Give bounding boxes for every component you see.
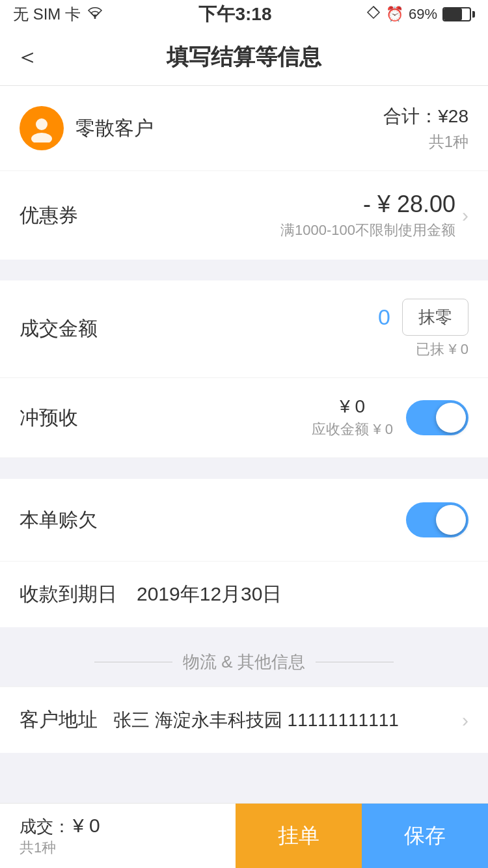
coupon-description: 满1000-100不限制使用金额 (280, 221, 455, 240)
prepayment-right: ¥ 0 应收金额 ¥ 0 (312, 396, 468, 439)
bottom-bar: 成交： ¥ 0 共1种 挂单 保存 (0, 803, 488, 868)
bottom-summary-amount: ¥ 0 (73, 815, 100, 837)
coupon-chevron-icon: › (462, 204, 468, 226)
due-date-label: 收款到期日 (20, 581, 117, 608)
customer-totals: 合计：¥28 共1种 (383, 104, 468, 152)
credit-toggle[interactable] (406, 502, 468, 537)
due-date-value: 2019年12月30日 (137, 581, 282, 608)
address-value: 张三 海淀永丰科技园 11111111111 (113, 708, 446, 733)
save-button-label: 保存 (404, 822, 446, 850)
page-title: 填写结算等信息 (167, 42, 321, 72)
status-time: 下午3:18 (198, 2, 271, 27)
bottom-summary: 成交： ¥ 0 共1种 (0, 804, 236, 868)
svg-point-2 (31, 133, 52, 142)
save-button[interactable]: 保存 (362, 804, 488, 868)
back-button[interactable]: ＜ (16, 41, 39, 73)
transaction-section: 成交金额 0 抹零 已抹 ¥ 0 冲预收 ¥ 0 应收金额 ¥ 0 (0, 280, 488, 458)
transaction-label: 成交金额 (20, 316, 98, 342)
address-label: 客户地址 (20, 707, 98, 733)
logistics-line-right (316, 662, 394, 662)
prepayment-toggle[interactable] (406, 400, 468, 435)
prepayment-amounts: ¥ 0 应收金额 ¥ 0 (312, 396, 393, 439)
total-amount: 合计：¥28 (383, 104, 468, 129)
svg-point-0 (94, 17, 96, 19)
credit-toggle-knob (436, 505, 466, 535)
hold-button[interactable]: 挂单 (236, 804, 362, 868)
toggle-knob (436, 403, 466, 433)
already-zero-text: 已抹 ¥ 0 (416, 340, 468, 359)
section-divider-2 (0, 468, 488, 479)
prepayment-amount: ¥ 0 (340, 396, 365, 417)
transaction-amount-row: 成交金额 0 抹零 已抹 ¥ 0 (0, 280, 488, 378)
round-zero-button[interactable]: 抹零 (402, 299, 468, 336)
bottom-summary-count: 共1种 (20, 838, 216, 858)
nav-bar: ＜ 填写结算等信息 (0, 29, 488, 86)
coupon-amount: - ¥ 28.00 (280, 191, 455, 218)
wifi-icon (86, 5, 104, 23)
prepayment-label: 冲预收 (20, 405, 78, 431)
logistics-label: 物流 & 其他信息 (183, 651, 305, 673)
logistics-divider: 物流 & 其他信息 (0, 638, 488, 686)
credit-section: 本单赊欠 收款到期日 2019年12月30日 (0, 479, 488, 627)
user-icon (27, 114, 56, 142)
location-icon (366, 5, 381, 23)
prepayment-row: 冲预收 ¥ 0 应收金额 ¥ 0 (0, 378, 488, 458)
total-count: 共1种 (383, 131, 468, 152)
address-chevron-icon: › (462, 709, 468, 731)
coupon-label: 优惠券 (20, 202, 78, 229)
section-divider-1 (0, 270, 488, 280)
address-row[interactable]: 客户地址 张三 海淀永丰科技园 11111111111 › (0, 686, 488, 753)
transaction-value: 0 (378, 305, 390, 330)
credit-label: 本单赊欠 (20, 507, 98, 534)
coupon-right: - ¥ 28.00 满1000-100不限制使用金额 › (280, 191, 468, 240)
customer-name: 零散客户 (75, 115, 154, 142)
due-date-row[interactable]: 收款到期日 2019年12月30日 (0, 561, 488, 627)
status-bar: 无 SIM 卡 下午3:18 ⏰ 69% (0, 0, 488, 29)
signal-text: 无 SIM 卡 (13, 4, 81, 25)
logistics-text: 物流 & 其他信息 (94, 651, 394, 673)
battery-icon (442, 7, 475, 21)
customer-row: 零散客户 合计：¥28 共1种 (0, 86, 488, 170)
svg-point-1 (36, 118, 47, 130)
status-left: 无 SIM 卡 (13, 4, 104, 25)
customer-left: 零散客户 (20, 106, 154, 150)
status-right: ⏰ 69% (366, 5, 475, 23)
address-section: 客户地址 张三 海淀永丰科技园 11111111111 › (0, 686, 488, 753)
bottom-summary-top: 成交： (20, 815, 70, 838)
battery-percent: 69% (409, 6, 437, 23)
coupon-row[interactable]: 优惠券 - ¥ 28.00 满1000-100不限制使用金额 › (0, 170, 488, 260)
prepayment-receivable: 应收金额 ¥ 0 (312, 420, 393, 439)
avatar (20, 106, 64, 150)
coupon-info: - ¥ 28.00 满1000-100不限制使用金额 (280, 191, 455, 240)
transaction-value-area: 0 抹零 (378, 299, 468, 336)
customer-section: 零散客户 合计：¥28 共1种 优惠券 - ¥ 28.00 满1000-100不… (0, 86, 488, 260)
hold-button-label: 挂单 (278, 822, 319, 850)
alarm-icon: ⏰ (386, 6, 403, 23)
credit-row: 本单赊欠 (0, 479, 488, 561)
logistics-line-left (94, 662, 172, 662)
